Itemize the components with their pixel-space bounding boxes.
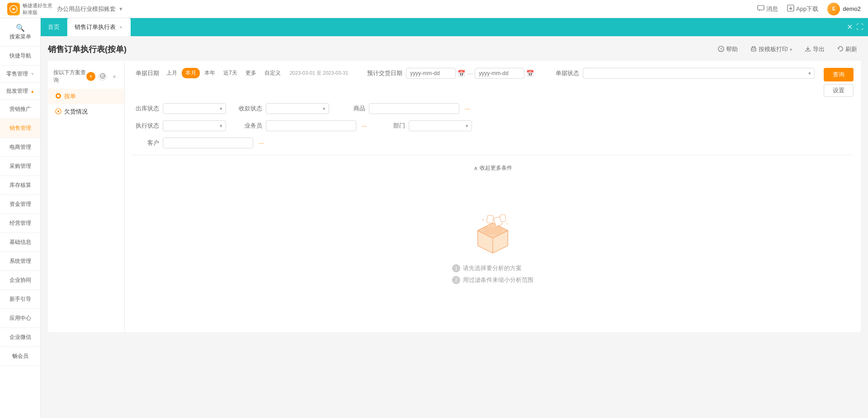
- exec-status-select[interactable]: [163, 120, 226, 131]
- status-label: 单据状态: [552, 69, 579, 77]
- date-tab-7days[interactable]: 近7天: [220, 68, 241, 78]
- expected-date-start-input[interactable]: [406, 68, 456, 79]
- date-separator: —: [467, 70, 473, 77]
- sidebar-item-wholesale[interactable]: 批发管理 ▴: [0, 83, 40, 100]
- tab-home[interactable]: 首页: [41, 18, 67, 36]
- goods-label: 商品: [338, 104, 365, 113]
- sidebar-item-ecommerce[interactable]: 电商管理: [0, 138, 40, 157]
- svg-rect-17: [486, 215, 494, 223]
- nav-item-order-label: 按单: [64, 92, 76, 100]
- collect-status-label: 收款状态: [235, 104, 262, 113]
- sidebar-item-sales[interactable]: 销售管理: [0, 119, 40, 138]
- expected-date-end-input[interactable]: [475, 68, 524, 79]
- page-title: 销售订单执行表(按单): [48, 44, 127, 55]
- edit-scheme-button[interactable]: [98, 72, 107, 81]
- dept-label: 部门: [378, 122, 405, 130]
- empty-tip-2: 2 用过滤条件来缩小分析范围: [452, 276, 533, 284]
- out-status-select[interactable]: [163, 103, 226, 114]
- sidebar-item-finance[interactable]: 资金管理: [0, 195, 40, 214]
- order-nav-icon: [55, 93, 61, 100]
- refresh-button[interactable]: 刷新: [834, 43, 861, 55]
- quick-nav-label: 快捷导航: [3, 52, 38, 60]
- customer-more-button[interactable]: ···: [257, 138, 266, 148]
- filter-group-customer: 客户 ···: [132, 138, 266, 148]
- tab-maximize-button[interactable]: ⛶: [856, 24, 863, 31]
- empty-tip-1: 1 请先选择要分析的方案: [452, 264, 533, 272]
- inventory-label: 库存核算: [9, 182, 31, 188]
- salesperson-more-button[interactable]: ···: [360, 120, 369, 131]
- collect-status-select[interactable]: [266, 103, 329, 114]
- export-button[interactable]: 导出: [801, 43, 828, 55]
- sidebar-item-guide[interactable]: 新手引导: [0, 290, 40, 309]
- sidebar-item-member[interactable]: 畅会员: [0, 347, 40, 366]
- date-tab-this-year[interactable]: 本年: [201, 68, 219, 78]
- filter-group-out-status: 出库状态: [132, 103, 226, 114]
- tab-minimize-button[interactable]: ✕: [847, 24, 853, 31]
- sidebar-item-system[interactable]: 系统管理: [0, 252, 40, 271]
- nav-item-shortage[interactable]: 欠货情况: [48, 104, 124, 119]
- app-download-button[interactable]: App下载: [787, 5, 818, 13]
- sidebar-item-search[interactable]: 🔍 搜索菜单: [0, 18, 40, 47]
- tab-sales-order[interactable]: 销售订单执行表 ×: [67, 18, 131, 36]
- sidebar-item-purchase[interactable]: 采购管理: [0, 157, 40, 176]
- left-panel-header: 按以下方案查询 + «: [48, 66, 124, 89]
- sidebar-item-operations[interactable]: 经营管理: [0, 214, 40, 233]
- customer-input[interactable]: [163, 138, 253, 148]
- message-button[interactable]: 消息: [757, 5, 778, 13]
- shortage-nav-icon: [55, 108, 61, 116]
- date-tab-more[interactable]: 更多: [242, 68, 260, 78]
- svg-point-9: [57, 95, 60, 97]
- goods-more-button[interactable]: ···: [463, 103, 472, 114]
- sidebar-item-marketing[interactable]: 营销推广: [0, 100, 40, 119]
- date-tab-this-month[interactable]: 本月: [182, 68, 200, 78]
- date-tab-custom[interactable]: 自定义: [261, 68, 284, 78]
- app-download-label: App下载: [796, 5, 818, 13]
- salesperson-input[interactable]: [266, 120, 356, 131]
- empty-tips: 1 请先选择要分析的方案 2 用过滤条件来缩小分析范围: [452, 264, 533, 284]
- sidebar-item-quick-nav[interactable]: 快捷导航: [0, 47, 40, 66]
- sidebar-item-weixin[interactable]: 企业微信: [0, 328, 40, 347]
- expected-date-inputs: 📅 — 📅: [406, 68, 534, 79]
- print-button[interactable]: 按模板打印 ▾: [747, 43, 796, 55]
- tab-bar: 首页 销售订单执行表 × ✕ ⛶: [41, 18, 868, 36]
- user-area[interactable]: E demo2: [827, 3, 861, 15]
- date-end-icon[interactable]: 📅: [526, 70, 534, 77]
- dept-select[interactable]: [409, 120, 472, 131]
- tab-bar-actions: ✕ ⛶: [842, 18, 868, 36]
- export-label: 导出: [813, 45, 825, 53]
- tab-close-icon[interactable]: ×: [118, 24, 123, 31]
- help-button[interactable]: ? 帮助: [714, 43, 741, 55]
- sidebar-item-basic-info[interactable]: 基础信息: [0, 233, 40, 252]
- sidebar-item-app-center[interactable]: 应用中心: [0, 309, 40, 328]
- collapse-row: ∧ 收起更多条件: [132, 155, 854, 176]
- breadcrumb-arrow-icon[interactable]: ▾: [119, 5, 123, 12]
- goods-input[interactable]: [369, 103, 459, 114]
- content-panel: 按以下方案查询 + «: [48, 61, 861, 332]
- nav-item-by-order[interactable]: 按单: [48, 89, 124, 104]
- filter-group-date: 单据日期 上月 本月 本年 近7天 更多 自定义 2023-03-01 至 20…: [132, 68, 348, 78]
- search-icon: 🔍: [3, 24, 38, 32]
- settings-button[interactable]: 设置: [824, 84, 854, 97]
- left-panel-icons: + «: [86, 72, 119, 81]
- empty-illustration: ✦ ✦: [470, 212, 515, 257]
- date-start-icon[interactable]: 📅: [458, 70, 465, 77]
- sidebar-item-enterprise[interactable]: 企业协同: [0, 271, 40, 290]
- sidebar-item-retail[interactable]: 零售管理 ▾: [0, 66, 40, 83]
- status-select-input[interactable]: [583, 68, 815, 79]
- logo-text: 畅捷通好生意 标准版: [23, 2, 52, 15]
- date-tabs: 上月 本月 本年 近7天 更多 自定义: [163, 68, 284, 78]
- left-panel-title: 按以下方案查询: [53, 69, 86, 84]
- svg-text:?: ?: [720, 47, 722, 52]
- add-scheme-button[interactable]: +: [86, 72, 95, 81]
- sidebar-item-inventory[interactable]: 库存核算: [0, 176, 40, 195]
- download-icon: [787, 5, 794, 13]
- query-button[interactable]: 查询: [824, 68, 854, 81]
- message-icon: [757, 5, 764, 13]
- filter-group-collect-status: 收款状态: [235, 103, 329, 114]
- date-tab-last-month[interactable]: 上月: [163, 68, 181, 78]
- exec-status-select-wrapper: [163, 120, 226, 131]
- collapse-left-button[interactable]: «: [110, 72, 119, 81]
- collapse-button[interactable]: ∧ 收起更多条件: [132, 161, 854, 176]
- filter-row-1: 单据日期 上月 本月 本年 近7天 更多 自定义 2023-03-01 至 20…: [132, 68, 854, 97]
- system-label: 系统管理: [9, 258, 31, 264]
